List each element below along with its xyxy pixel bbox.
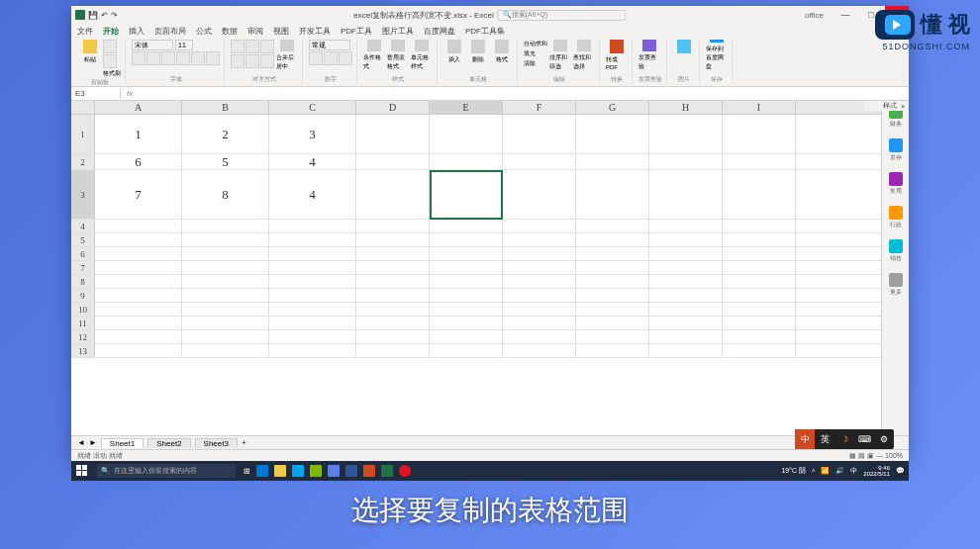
align-mid-button[interactable]: [245, 40, 259, 53]
delete-cell-button[interactable]: 删除: [467, 40, 489, 71]
cut-button[interactable]: [103, 40, 117, 53]
cell-c2[interactable]: 4: [269, 154, 356, 169]
menu-pdfset[interactable]: PDF工具集: [465, 26, 505, 37]
sheet-tab-1[interactable]: Sheet1: [101, 438, 144, 448]
col-header-h[interactable]: H: [649, 101, 723, 114]
format-painter-button[interactable]: 格式刷: [103, 69, 121, 78]
font-color-button[interactable]: [206, 51, 220, 65]
col-header-i[interactable]: I: [723, 101, 796, 114]
copy-button[interactable]: [103, 54, 117, 68]
cell-i2[interactable]: [723, 154, 796, 169]
qat-redo-icon[interactable]: ↷: [111, 11, 118, 20]
cell-d1[interactable]: [356, 115, 430, 153]
tray-chevron-icon[interactable]: ^: [812, 468, 815, 475]
menu-file[interactable]: 文件: [77, 26, 93, 37]
taskbar-app-explorer[interactable]: [274, 465, 286, 477]
zoom-label[interactable]: 100%: [885, 452, 903, 459]
table-format-button[interactable]: 套用表格式: [387, 40, 409, 71]
cell-g3[interactable]: [576, 170, 649, 219]
row-header-2[interactable]: 2: [71, 154, 95, 169]
task-view-icon[interactable]: ⊞: [244, 467, 250, 476]
side-item-2[interactable]: 常用: [886, 172, 906, 196]
minimize-button[interactable]: —: [833, 6, 857, 24]
taskbar-app-3[interactable]: [328, 465, 340, 477]
cell-e2[interactable]: [430, 154, 503, 169]
select-all-button[interactable]: [71, 101, 95, 114]
menu-pic[interactable]: 图片工具: [382, 26, 414, 37]
user-label[interactable]: office: [805, 11, 824, 20]
border-button[interactable]: [176, 51, 190, 65]
tray-ime-icon[interactable]: 中: [850, 466, 857, 476]
font-select[interactable]: 宋体: [132, 40, 173, 50]
panel-close-icon[interactable]: ×: [901, 103, 905, 110]
side-item-3[interactable]: 行政: [886, 206, 906, 229]
name-box[interactable]: E3: [71, 89, 121, 98]
view-layout-icon[interactable]: ▤: [858, 452, 865, 459]
ime-settings-icon[interactable]: ⚙: [874, 429, 894, 449]
ime-moon-icon[interactable]: ☽: [834, 429, 854, 449]
find-select-button[interactable]: 查找和选择: [573, 40, 595, 71]
netdisk-save-button[interactable]: 保存到百度网盘: [706, 40, 728, 71]
menu-review[interactable]: 审阅: [247, 26, 263, 37]
menu-layout[interactable]: 页面布局: [154, 26, 186, 37]
underline-button[interactable]: [161, 51, 175, 65]
sheet-tab-2[interactable]: Sheet2: [147, 438, 190, 448]
convert-pdf-button[interactable]: 转成PDF: [606, 40, 628, 71]
menu-home[interactable]: 开始: [103, 26, 119, 37]
qat-save-icon[interactable]: 💾: [88, 11, 98, 20]
fill-color-button[interactable]: [191, 51, 205, 65]
ime-en-button[interactable]: 英: [815, 429, 834, 449]
paste-button[interactable]: 粘贴: [79, 40, 101, 71]
side-item-1[interactable]: 发存: [886, 138, 906, 162]
row-header-5[interactable]: 5: [71, 233, 95, 246]
row-header-1[interactable]: 1: [71, 115, 95, 153]
menu-pdf[interactable]: PDF工具: [341, 26, 372, 37]
sheet-nav-prev-icon[interactable]: ◄: [77, 438, 85, 447]
cell-d3[interactable]: [356, 170, 430, 219]
align-top-button[interactable]: [231, 40, 245, 53]
taskbar-search[interactable]: 🔍在这里输入你要搜索的内容: [97, 464, 236, 478]
cell-a1[interactable]: 1: [95, 115, 182, 153]
row-header-6[interactable]: 6: [71, 247, 95, 260]
row-header-4[interactable]: 4: [71, 220, 95, 232]
taskbar-app-edge[interactable]: [256, 465, 268, 477]
side-item-5[interactable]: 更多: [886, 273, 906, 297]
row-header-11[interactable]: 11: [71, 317, 95, 329]
align-left-button[interactable]: [231, 54, 245, 68]
number-format-select[interactable]: 常规: [309, 40, 350, 50]
format-cell-button[interactable]: 格式: [491, 40, 513, 71]
row-header-9[interactable]: 9: [71, 289, 95, 302]
insert-cell-button[interactable]: 插入: [443, 40, 465, 71]
cell-e3[interactable]: [430, 170, 503, 219]
taskbar-app-2[interactable]: [310, 465, 322, 477]
col-header-c[interactable]: C: [269, 101, 356, 114]
tray-network-icon[interactable]: 📶: [821, 467, 830, 475]
ime-zh-button[interactable]: 中: [795, 429, 815, 449]
cell-style-button[interactable]: 单元格样式: [411, 40, 433, 71]
search-input[interactable]: 🔍 搜索(Alt+Q): [498, 10, 627, 21]
view-normal-icon[interactable]: ▦: [849, 452, 856, 459]
row-header-10[interactable]: 10: [71, 303, 95, 316]
cell-i3[interactable]: [723, 170, 796, 219]
merge-button[interactable]: 合并后居中: [276, 40, 298, 71]
taskbar-app-excel[interactable]: [381, 465, 393, 477]
italic-button[interactable]: [147, 51, 160, 65]
menu-view[interactable]: 视图: [273, 26, 289, 37]
cell-a3[interactable]: 7: [95, 170, 182, 219]
fx-icon[interactable]: fx: [121, 89, 139, 98]
row-header-13[interactable]: 13: [71, 344, 95, 357]
cell-d2[interactable]: [356, 154, 430, 169]
notification-icon[interactable]: 💬: [896, 467, 905, 475]
comma-button[interactable]: [339, 51, 352, 65]
tray-volume-icon[interactable]: 🔊: [835, 467, 844, 475]
sheet-add-button[interactable]: +: [242, 438, 246, 447]
cell-i1[interactable]: [723, 115, 796, 153]
row-header-8[interactable]: 8: [71, 275, 95, 288]
fill-button[interactable]: 填充: [524, 49, 547, 58]
cell-b1[interactable]: 2: [182, 115, 269, 153]
col-header-g[interactable]: G: [576, 101, 649, 114]
menu-formula[interactable]: 公式: [196, 26, 212, 37]
sheet-tab-3[interactable]: Sheet3: [195, 438, 238, 448]
align-right-button[interactable]: [260, 54, 274, 68]
col-header-a[interactable]: A: [95, 101, 182, 114]
